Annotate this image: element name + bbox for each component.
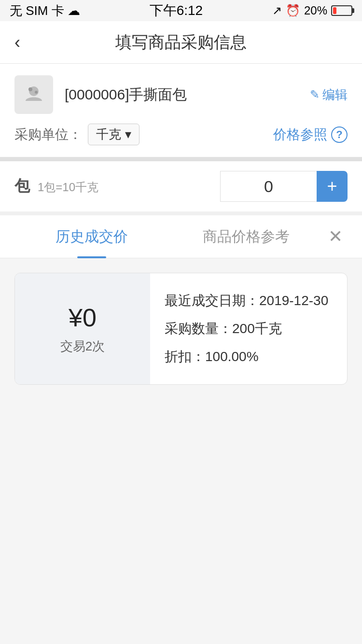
status-time: 下午6:12 — [150, 1, 203, 20]
edit-button[interactable]: ✎ 编辑 — [310, 86, 348, 103]
history-content: ¥0 交易2次 最近成交日期：2019-12-30 采购数量：200千克 折扣：… — [0, 258, 362, 548]
edit-icon: ✎ — [310, 88, 320, 101]
tab-close-button[interactable]: ✕ — [323, 226, 348, 247]
product-unit-row: 采购单位： 千克 ▾ 价格参照 ? — [14, 124, 348, 145]
unit-label: 采购单位： 千克 ▾ — [14, 124, 139, 145]
recent-date-value: 2019-12-30 — [259, 293, 328, 308]
price-card: ¥0 交易2次 最近成交日期：2019-12-30 采购数量：200千克 折扣：… — [14, 273, 348, 385]
price-ref-button[interactable]: 价格参照 ? — [273, 126, 348, 144]
tab-history-price[interactable]: 历史成交价 — [14, 215, 169, 258]
section-divider — [0, 157, 362, 161]
quantity-unit: 包 — [14, 176, 30, 197]
product-image — [14, 75, 53, 114]
nav-bar: ‹ 填写商品采购信息 — [0, 21, 362, 64]
quantity-label-text: 采购数量： — [165, 321, 232, 336]
quantity-plus-button[interactable]: + — [317, 171, 348, 202]
edit-label: 编辑 — [322, 86, 348, 103]
sim-label: 无 SIM 卡 ☁ — [10, 2, 80, 19]
status-right: ↗ ⏰ 20% — [272, 4, 352, 17]
tabs-row: 历史成交价 商品价格参考 ✕ — [0, 215, 362, 258]
dropdown-arrow-icon: ▾ — [125, 127, 131, 142]
currency-symbol: ¥ — [69, 304, 83, 332]
price-value-number: 0 — [83, 304, 97, 332]
product-left: [0000006]手撕面包 — [14, 75, 187, 114]
quantity-label: 包 1包=10千克 — [14, 176, 98, 197]
price-ref-label: 价格参照 — [273, 126, 327, 144]
quantity-conversion: 1包=10千克 — [38, 180, 98, 195]
quantity-input[interactable] — [220, 171, 317, 202]
unit-select-dropdown[interactable]: 千克 ▾ — [88, 124, 139, 145]
tabs-section: 历史成交价 商品价格参考 ✕ — [0, 215, 362, 258]
product-section: [0000006]手撕面包 ✎ 编辑 采购单位： 千克 ▾ 价格参照 ? — [0, 64, 362, 157]
quantity-section: 包 1包=10千克 + — [0, 161, 362, 215]
product-name: [0000006]手撕面包 — [65, 85, 187, 105]
price-display: ¥0 — [69, 303, 97, 332]
trade-count: 交易2次 — [60, 338, 105, 355]
battery-percent: 20% — [304, 4, 327, 17]
price-card-right: 最近成交日期：2019-12-30 采购数量：200千克 折扣：100.00% — [150, 273, 347, 384]
discount-row: 折扣：100.00% — [165, 347, 333, 367]
battery-icon — [331, 5, 352, 16]
purchase-quantity-row: 采购数量：200千克 — [165, 319, 333, 339]
status-bar: 无 SIM 卡 ☁ 下午6:12 ↗ ⏰ 20% — [0, 0, 362, 21]
page-title: 填写商品采购信息 — [115, 31, 247, 54]
svg-point-1 — [28, 87, 32, 91]
recent-date-label: 最近成交日期： — [165, 293, 259, 308]
alarm-icon: ⏰ — [286, 4, 300, 17]
svg-point-2 — [35, 91, 38, 94]
recent-date-row: 最近成交日期：2019-12-30 — [165, 291, 333, 311]
product-header: [0000006]手撕面包 ✎ 编辑 — [14, 75, 348, 114]
location-icon: ↗ — [272, 4, 282, 17]
unit-value: 千克 — [96, 126, 121, 143]
status-left: 无 SIM 卡 ☁ — [10, 2, 80, 19]
quantity-control: + — [220, 171, 348, 202]
tab-product-price-ref[interactable]: 商品价格参考 — [169, 215, 323, 258]
quantity-detail-value: 200千克 — [232, 321, 282, 336]
discount-label: 折扣： — [165, 349, 205, 364]
price-card-left: ¥0 交易2次 — [15, 273, 150, 384]
price-ref-help-icon: ? — [331, 126, 348, 143]
discount-value: 100.00% — [205, 349, 259, 364]
back-button[interactable]: ‹ — [14, 32, 20, 53]
